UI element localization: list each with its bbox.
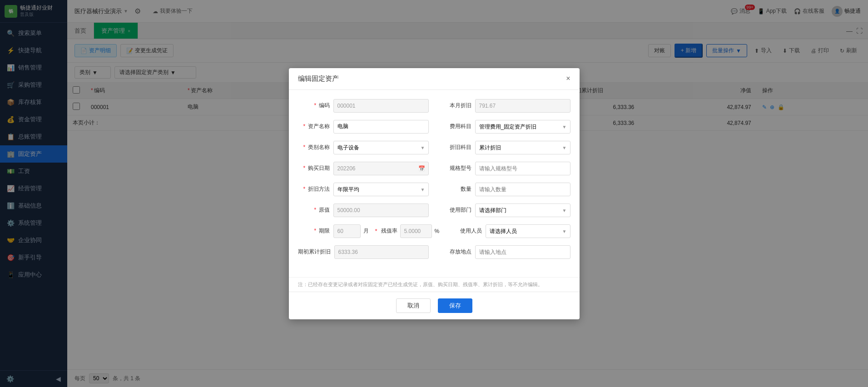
field-code: * 编码 — [298, 99, 429, 113]
purchase-date-label: 购买日期 — [308, 165, 330, 171]
dep-method-select[interactable]: 年限平均 — [333, 183, 429, 196]
expense-subject-label: 费用科目 — [450, 123, 471, 129]
modal-row-7: * 期限 月 * 残值率 % 使用人员 — [298, 224, 570, 238]
asset-name-label: 资产名称 — [308, 123, 330, 129]
field-expense-subject: 费用科目 管理费用_固定资产折旧 ▼ — [440, 120, 570, 134]
modal-close-btn[interactable]: × — [566, 74, 570, 83]
modal-overlay: 编辑固定资产 × * 编码 本月折旧 — [0, 0, 868, 387]
modal-row-1: * 编码 本月折旧 — [298, 99, 570, 113]
field-dep-subject: 折旧科目 累计折旧 ▼ — [440, 141, 570, 154]
field-original-value: * 原值 — [298, 203, 429, 217]
period-label: 期限 — [319, 228, 330, 234]
cancel-button[interactable]: 取消 — [396, 298, 431, 313]
period-input[interactable] — [333, 224, 361, 238]
expense-subject-select[interactable]: 管理费用_固定资产折旧 — [475, 120, 570, 134]
monthly-dep-input — [475, 99, 570, 113]
expense-subject-select-wrap: 管理费用_固定资产折旧 ▼ — [475, 120, 570, 134]
field-dep-method: * 折旧方法 年限平均 ▼ — [298, 183, 429, 196]
residual-rate-unit: % — [435, 228, 440, 234]
dep-subject-label: 折旧科目 — [450, 144, 471, 150]
dept-select-wrap: 请选择部门 ▼ — [475, 203, 570, 217]
modal-row-6: * 原值 使用部门 请选择部门 ▼ — [298, 203, 570, 217]
quantity-input[interactable] — [475, 183, 570, 196]
modal-row-2: * 资产名称 费用科目 管理费用_固定资产折旧 ▼ — [298, 120, 570, 134]
field-quantity: 数量 — [440, 183, 570, 196]
asset-name-input[interactable] — [333, 120, 429, 134]
modal-row-4: * 购买日期 📅 规格型号 — [298, 162, 570, 175]
code-input[interactable] — [333, 99, 429, 113]
field-asset-name: * 资产名称 — [298, 120, 429, 134]
staff-select[interactable]: 请选择人员 — [486, 224, 570, 238]
field-period: * 期限 月 * 残值率 % — [298, 224, 440, 238]
location-input[interactable] — [475, 245, 570, 259]
field-dept: 使用部门 请选择部门 ▼ — [440, 203, 570, 217]
modal-header: 编辑固定资产 × — [289, 68, 580, 90]
modal-footer: 取消 保存 — [289, 292, 580, 319]
field-monthly-dep: 本月折旧 — [440, 99, 570, 113]
spec-model-input[interactable] — [475, 162, 570, 175]
dep-method-select-wrap: 年限平均 ▼ — [333, 183, 429, 196]
dept-label: 使用部门 — [450, 207, 471, 213]
modal-row-5: * 折旧方法 年限平均 ▼ 数量 — [298, 183, 570, 196]
spec-model-label: 规格型号 — [450, 165, 471, 171]
location-label: 存放地点 — [450, 248, 471, 255]
staff-label: 使用人员 — [460, 228, 482, 234]
residual-rate-input[interactable] — [400, 224, 432, 238]
staff-select-wrap: 请选择人员 ▼ — [486, 224, 570, 238]
modal-row-3: * 类别名称 电子设备 ▼ 折旧科目 — [298, 141, 570, 154]
field-initial-dep: 期初累计折旧 — [298, 245, 429, 259]
modal-row-8: 期初累计折旧 存放地点 — [298, 245, 570, 259]
field-spec-model: 规格型号 — [440, 162, 570, 175]
quantity-label: 数量 — [461, 186, 471, 192]
edit-asset-modal: 编辑固定资产 × * 编码 本月折旧 — [289, 68, 580, 319]
dept-select[interactable]: 请选择部门 — [475, 203, 570, 217]
initial-dep-input[interactable] — [334, 245, 429, 259]
purchase-date-input[interactable] — [333, 162, 429, 175]
field-staff: 使用人员 请选择人员 ▼ — [450, 224, 570, 238]
dep-subject-select[interactable]: 累计折旧 — [475, 141, 570, 154]
dep-method-label: 折旧方法 — [308, 186, 330, 192]
residual-rate-label: 残值率 — [381, 227, 397, 235]
monthly-dep-label: 本月折旧 — [450, 102, 471, 109]
note-text: 注：已经存在变更记录或者对应固定资产已经生成凭证，原值、购买日期、残值率、累计折… — [298, 282, 543, 287]
modal-note: 注：已经存在变更记录或者对应固定资产已经生成凭证，原值、购买日期、残值率、累计折… — [289, 277, 580, 292]
field-category: * 类别名称 电子设备 ▼ — [298, 141, 429, 154]
modal-title: 编辑固定资产 — [298, 74, 339, 83]
modal-body: * 编码 本月折旧 * 资产名称 — [289, 90, 580, 275]
original-value-label: 原值 — [319, 207, 330, 213]
initial-dep-label: 期初累计折旧 — [298, 248, 331, 255]
period-unit: 月 — [363, 227, 369, 235]
category-select[interactable]: 电子设备 — [333, 141, 429, 154]
category-select-wrap: 电子设备 ▼ — [333, 141, 429, 154]
calendar-icon: 📅 — [418, 165, 425, 172]
original-value-input[interactable] — [333, 203, 429, 217]
dep-subject-select-wrap: 累计折旧 ▼ — [475, 141, 570, 154]
purchase-date-wrap: 📅 — [333, 162, 429, 175]
save-button[interactable]: 保存 — [438, 298, 472, 313]
field-purchase-date: * 购买日期 📅 — [298, 162, 429, 175]
field-location: 存放地点 — [440, 245, 570, 259]
code-label: 编码 — [319, 102, 330, 109]
category-label: 类别名称 — [308, 144, 330, 150]
